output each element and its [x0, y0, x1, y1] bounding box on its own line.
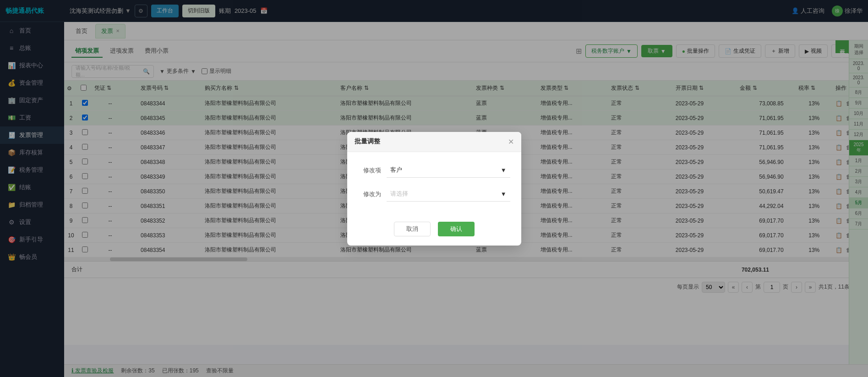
modify-field-row: 修改项 客户 ▼ — [358, 163, 510, 178]
modify-to-select[interactable]: 请选择 ▼ — [387, 187, 510, 202]
modal-body: 修改项 客户 ▼ 修改为 请选择 ▼ — [347, 152, 521, 218]
modal-footer: 取消 确认 — [347, 218, 521, 246]
modify-field-select[interactable]: 客户 ▼ — [387, 163, 510, 178]
modify-to-label: 修改为 — [358, 190, 381, 198]
confirm-button[interactable]: 确认 — [438, 222, 475, 236]
cancel-button[interactable]: 取消 — [394, 222, 431, 236]
modify-to-row: 修改为 请选择 ▼ — [358, 187, 510, 202]
select-dropdown-icon2: ▼ — [501, 191, 507, 197]
modal-close-button[interactable]: ✕ — [508, 137, 514, 146]
modal-overlay: 批量调整 ✕ 修改项 客户 ▼ 修改为 请选择 ▼ 取消 确认 — [0, 0, 868, 377]
modal-header: 批量调整 ✕ — [347, 132, 521, 152]
modify-field-label: 修改项 — [358, 166, 381, 175]
batch-adjust-modal: 批量调整 ✕ 修改项 客户 ▼ 修改为 请选择 ▼ 取消 确认 — [347, 132, 521, 246]
select-dropdown-icon: ▼ — [501, 167, 507, 174]
modal-title: 批量调整 — [355, 137, 380, 146]
